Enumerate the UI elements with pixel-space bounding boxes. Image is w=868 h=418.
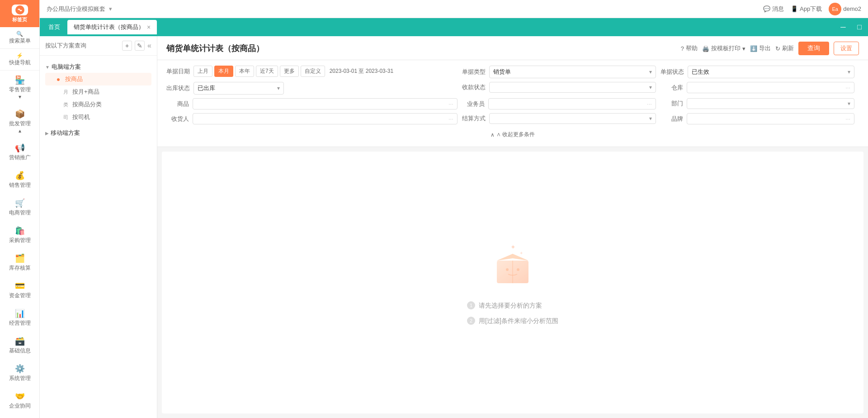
filter-warehouse: 仓库 ··· <box>660 82 859 93</box>
sidebar-item-operations[interactable]: 📊 经营管理 <box>0 304 39 332</box>
date-btn-7days[interactable]: 近7天 <box>256 66 278 77</box>
sidebar-item-enterprise[interactable]: 🤝 企业协同 <box>0 387 39 414</box>
tabbar-actions: ─ □ <box>837 21 866 33</box>
tree-item-by-driver[interactable]: 司 按司机 <box>45 111 151 124</box>
doc-status-select[interactable]: 已生效 ▾ <box>688 66 854 78</box>
collapse-filters-btn[interactable]: ∧ ∧ 收起更多条件 <box>166 128 859 141</box>
date-btn-thisyear[interactable]: 本年 <box>235 66 254 77</box>
finance-icon: 💳 <box>15 281 25 291</box>
maximize-icon: □ <box>857 23 862 31</box>
receiver-label: 收货人 <box>166 115 189 123</box>
tree-group-desktop: ▼ 电脑端方案 ● 按商品 月 按月+商品 类 按商品分类 <box>40 59 157 125</box>
filter-date: 单据日期 上月 本月 本年 近7天 更多 自定义 2023-03-01 至 20… <box>166 66 462 77</box>
page-header: 销货单统计计表（按商品） ? 帮助 🖨️ 按模板打印 ▾ ⬇️ 导出 <box>157 36 868 60</box>
app-download-btn[interactable]: 📱 App下载 <box>791 5 822 13</box>
sidebar-item-system[interactable]: ⚙️ 系统管理 <box>0 359 39 387</box>
sidebar-item-inventory[interactable]: 🗂️ 库存核算 <box>0 249 39 276</box>
help-icon: ? <box>681 45 684 52</box>
maximize-btn[interactable]: □ <box>853 21 866 33</box>
doc-status-label: 单据状态 <box>660 68 684 76</box>
sidebar-item-wholesale[interactable]: 📦 批发管理 ▴ <box>0 104 39 138</box>
settlement-select[interactable]: ▾ <box>489 113 656 124</box>
chevron-icon: ▾ <box>19 94 21 100</box>
sidebar-item-finance[interactable]: 💳 资金管理 <box>0 276 39 304</box>
warehouse-label: 仓库 <box>660 84 683 92</box>
warehouse-out-arrow: ▾ <box>277 85 280 91</box>
template-print-btn[interactable]: 🖨️ 按模板打印 ▾ <box>702 44 745 52</box>
doc-type-label: 单据类型 <box>462 68 486 76</box>
payment-status-arrow: ▾ <box>649 84 652 90</box>
wholesale-icon: 📦 <box>15 109 25 119</box>
refresh-btn[interactable]: ↻ 刷新 <box>775 44 794 52</box>
payment-status-label: 收款状态 <box>462 83 486 91</box>
tab-home[interactable]: 首页 <box>42 20 66 34</box>
export-btn[interactable]: ⬇️ 导出 <box>750 44 771 52</box>
filter-row-1: 单据日期 上月 本月 本年 近7天 更多 自定义 2023-03-01 至 20… <box>166 66 859 78</box>
left-panel: 按以下方案查询 + ✎ « ▼ 电脑端方案 ● 按商品 <box>40 36 157 418</box>
basic-icon: 🗃️ <box>15 336 25 346</box>
dropdown-arrow[interactable]: ▾ <box>109 5 112 12</box>
filter-row-4: 收货人 ··· 结算方式 ▾ 品牌 <box>166 113 859 124</box>
print-icon: 🖨️ <box>702 45 709 52</box>
product-dots: ··· <box>448 100 453 107</box>
date-btn-more[interactable]: 更多 <box>280 66 299 77</box>
message-btn[interactable]: 💬 消息 <box>763 5 784 13</box>
query-button[interactable]: 查询 <box>798 42 829 55</box>
settlement-arrow: ▾ <box>649 115 652 122</box>
help-btn[interactable]: ? 帮助 <box>681 44 698 52</box>
tree-item-by-month-product[interactable]: 月 按月+商品 <box>45 86 151 98</box>
page-actions: ? 帮助 🖨️ 按模板打印 ▾ ⬇️ 导出 ↻ 刷新 <box>681 42 859 55</box>
tree-item-by-category[interactable]: 类 按商品分类 <box>45 98 151 111</box>
tree-group-mobile-header[interactable]: ▶ 移动端方案 <box>45 127 151 139</box>
tab-close-btn[interactable]: × <box>147 24 151 31</box>
date-btn-lastmonth[interactable]: 上月 <box>193 66 212 77</box>
sidebar-item-basic[interactable]: 🗃️ 基础信息 <box>0 332 39 359</box>
receiver-input[interactable]: ··· <box>193 113 458 124</box>
minimize-btn[interactable]: ─ <box>837 21 849 33</box>
filter-product: 商品 ··· <box>166 98 462 109</box>
operations-icon: 📊 <box>15 309 25 318</box>
tree-group-desktop-header[interactable]: ▼ 电脑端方案 <box>45 61 151 73</box>
date-range-display: 2023-03-01 至 2023-03-31 <box>330 67 393 75</box>
salesperson-input[interactable]: ··· <box>488 98 656 109</box>
filter-payment-status: 收款状态 ▾ <box>462 82 660 93</box>
department-select[interactable]: ▾ <box>687 98 854 109</box>
sidebar-item-search[interactable]: 🔍 搜索菜单 <box>0 27 39 49</box>
svg-text:✦: ✦ <box>510 243 516 251</box>
date-btn-custom[interactable]: 自定义 <box>301 66 325 77</box>
filter-settlement: 结算方式 ▾ <box>462 113 660 124</box>
sidebar-item-ecommerce[interactable]: 🛒 电商管理 <box>0 194 39 221</box>
avatar: Ea <box>829 3 841 15</box>
sidebar-item-sales[interactable]: 💰 销售管理 <box>0 166 39 194</box>
collapse-panel-btn[interactable]: « <box>147 42 151 50</box>
payment-status-select[interactable]: ▾ <box>489 82 656 93</box>
right-main: 销货单统计计表（按商品） ? 帮助 🖨️ 按模板打印 ▾ ⬇️ 导出 <box>157 36 868 418</box>
doc-type-select[interactable]: 销货单 ▾ <box>489 66 656 78</box>
settings-button[interactable]: 设置 <box>834 42 859 55</box>
tab-sales-stats[interactable]: 销货单统计计表（按商品） × <box>67 20 157 34</box>
user-menu[interactable]: Ea demo2 <box>829 3 861 15</box>
logo-area: 标签页 <box>0 0 39 27</box>
left-panel-title: 按以下方案查询 <box>45 42 86 50</box>
warehouse-input[interactable]: ··· <box>687 82 854 93</box>
doc-type-arrow: ▾ <box>649 69 652 75</box>
sidebar-item-purchase[interactable]: 🛍️ 采购管理 <box>0 221 39 249</box>
warehouse-out-select[interactable]: 已出库 ▾ <box>193 82 284 95</box>
empty-step1: 1 请先选择要分析的方案 <box>467 299 558 312</box>
filter-area: 单据日期 上月 本月 本年 近7天 更多 自定义 2023-03-01 至 20… <box>157 60 868 147</box>
product-input[interactable]: ··· <box>193 98 458 109</box>
tree-item-by-product[interactable]: ● 按商品 <box>45 73 151 86</box>
sidebar-item-retail[interactable]: 🏪 零售管理 ▾ <box>0 71 39 104</box>
brand-input[interactable]: ··· <box>687 113 854 124</box>
date-btn-thismonth[interactable]: 本月 <box>214 66 233 77</box>
sales-icon: 💰 <box>15 171 25 180</box>
edit-scheme-btn[interactable]: ✎ <box>135 41 145 51</box>
sidebar-item-quicknav[interactable]: ⚡ 快捷导航 <box>0 49 39 71</box>
sidebar-item-marketing[interactable]: 📢 营销推广 <box>0 138 39 166</box>
empty-illustration: ✦ ✦ <box>486 236 540 290</box>
svg-marker-2 <box>497 254 528 261</box>
tree-group-mobile: ▶ 移动端方案 <box>40 125 157 141</box>
add-scheme-btn[interactable]: + <box>122 41 132 51</box>
category-icon: 类 <box>61 100 70 109</box>
sidebar-item-newbie[interactable]: 🎯 新手引导 <box>0 414 39 418</box>
